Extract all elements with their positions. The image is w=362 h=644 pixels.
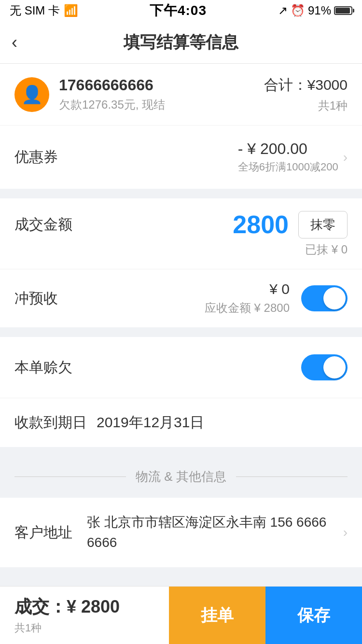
status-bar: 无 SIM 卡 📶 下午4:03 ↗ ⏰ 91% — [0, 0, 362, 21]
carrier-text: 无 SIM 卡 — [10, 3, 60, 18]
bottom-summary-count: 共1种 — [14, 621, 154, 635]
bottom-summary-main: 成交：¥ 2800 — [14, 595, 154, 619]
duedate-label: 收款到期日 — [14, 413, 87, 433]
debt-label: 本单赊欠 — [14, 358, 72, 378]
user-info-row: 👤 17666666666 欠款1276.35元, 现结 合计：¥3000 共1… — [0, 64, 362, 125]
battery-percent: 91% — [308, 4, 331, 17]
deal-amount-section: 成交金额 2800 抹零 已抹 ¥ 0 — [0, 198, 362, 269]
nav-bar: ‹ 填写结算等信息 — [0, 21, 362, 64]
status-right: ↗ ⏰ 91% — [278, 4, 352, 17]
section-divider-2 — [0, 327, 362, 337]
page-title: 填写结算等信息 — [124, 31, 238, 54]
logistics-separator: 物流 & 其他信息 — [0, 457, 362, 497]
save-button[interactable]: 保存 — [265, 587, 362, 644]
user-avatar: 👤 — [14, 77, 49, 112]
wifi-icon: 📶 — [64, 4, 78, 17]
prereceive-main-amount: ¥ 0 — [205, 281, 290, 297]
coupon-right: - ¥ 200.00 全场6折满1000减200 › — [238, 140, 348, 174]
total-label: 合计： — [264, 77, 307, 93]
user-sub-text: 欠款1276.35元, 现结 — [59, 97, 264, 112]
duedate-row: 收款到期日 2019年12月31日 — [0, 398, 362, 447]
address-chevron-icon: › — [343, 525, 348, 540]
chevron-right-icon: › — [343, 150, 348, 165]
location-icon: ↗ — [278, 4, 288, 17]
coupon-info: - ¥ 200.00 全场6折满1000减200 — [238, 140, 338, 174]
address-label: 客户地址 — [14, 523, 72, 543]
duedate-value: 2019年12月31日 — [97, 413, 204, 433]
status-time: 下午4:03 — [150, 1, 207, 20]
prereceive-right: ¥ 0 应收金额 ¥ 2800 — [205, 281, 348, 316]
deal-amount-right: 2800 抹零 — [233, 210, 348, 239]
address-row[interactable]: 客户地址 张 北京市市辖区海淀区永丰南 156 6666 6666 › — [0, 498, 362, 567]
summary-amount: ¥ 2800 — [67, 597, 120, 616]
address-value: 张 北京市市辖区海淀区永丰南 156 6666 6666 — [87, 512, 338, 553]
deal-sub-text: 已抹 ¥ 0 — [14, 242, 348, 257]
summary-label: 成交： — [14, 597, 67, 616]
deal-amount-label: 成交金额 — [14, 215, 72, 235]
pending-button[interactable]: 挂单 — [169, 587, 265, 644]
prereceive-sub-text: 应收金额 ¥ 2800 — [205, 300, 290, 316]
toggle-knob — [323, 287, 346, 309]
prereceive-toggle[interactable] — [301, 285, 348, 311]
coupon-amount: - ¥ 200.00 — [238, 140, 338, 158]
status-left: 无 SIM 卡 📶 — [10, 3, 78, 18]
bottom-summary: 成交：¥ 2800 共1种 — [0, 595, 169, 635]
avatar-icon: 👤 — [21, 84, 43, 105]
debt-row: 本单赊欠 — [0, 337, 362, 398]
user-total: 合计：¥3000 共1种 — [264, 75, 348, 113]
coupon-row[interactable]: 优惠券 - ¥ 200.00 全场6折满1000减200 › — [0, 125, 362, 189]
debt-toggle-knob — [323, 356, 346, 378]
user-info: 17666666666 欠款1276.35元, 现结 — [59, 76, 264, 112]
logistics-label: 物流 & 其他信息 — [136, 468, 226, 485]
prereceive-amounts: ¥ 0 应收金额 ¥ 2800 — [205, 281, 290, 316]
bottom-bar: 成交：¥ 2800 共1种 挂单 保存 — [0, 586, 362, 644]
back-button[interactable]: ‹ — [12, 32, 17, 53]
deal-amount-value: 2800 — [233, 210, 289, 239]
round-zero-button[interactable]: 抹零 — [298, 211, 348, 238]
user-phone: 17666666666 — [59, 76, 264, 94]
section-divider-3 — [0, 447, 362, 457]
debt-toggle[interactable] — [301, 354, 348, 380]
section-divider-1 — [0, 189, 362, 198]
coupon-label: 优惠券 — [14, 147, 58, 167]
coupon-desc: 全场6折满1000减200 — [238, 160, 338, 174]
user-total-count: 共1种 — [264, 98, 348, 113]
prereceive-row: 冲预收 ¥ 0 应收金额 ¥ 2800 — [0, 269, 362, 327]
deal-amount-row: 成交金额 2800 抹零 — [14, 210, 348, 239]
alarm-icon: ⏰ — [291, 4, 305, 17]
prereceive-label: 冲预收 — [14, 289, 58, 308]
battery-icon — [334, 6, 352, 15]
user-total-amount: 合计：¥3000 — [264, 75, 348, 95]
total-amount: ¥3000 — [307, 77, 348, 93]
